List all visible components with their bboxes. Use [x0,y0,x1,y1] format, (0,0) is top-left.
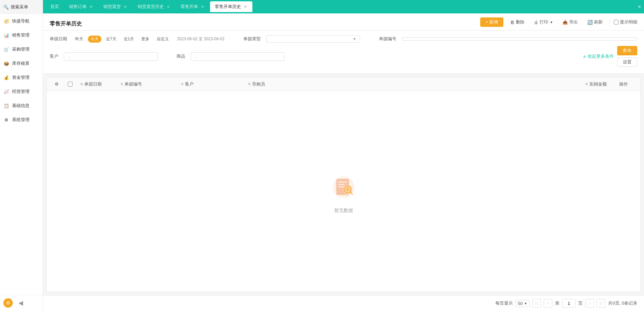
export-icon: 📤 [562,20,568,25]
select-all-checkbox[interactable] [68,82,72,87]
sidebar-item-quick-nav[interactable]: 🧭快捷导航 [0,14,43,28]
svg-point-8 [346,188,349,191]
tab-sales-order[interactable]: 销售订单✕ [64,1,98,12]
per-page-select[interactable]: 50 ▼ [515,300,530,307]
sidebar-item-finance[interactable]: 💰资金管理 [0,70,43,85]
nav-label-quick-nav: 快捷导航 [12,18,30,24]
tab-label-retail-open: 零售开单 [181,4,198,10]
tab-label-retail-history: 零售开单历史 [215,4,241,10]
chevron-up-icon: ∧ [583,54,586,59]
sidebar-item-operations[interactable]: 📈经营管理 [0,85,43,99]
show-detail-input[interactable] [614,20,618,24]
tab-retail-open[interactable]: 零售开单✕ [176,1,209,12]
tab-retail-history[interactable]: 零售开单历史✕ [210,1,252,12]
nav-icon-operations: 📈 [3,89,9,95]
tab-close-sales-return-history[interactable]: ✕ [166,4,170,9]
per-page-label: 每页显示 [495,300,513,306]
page-last-btn[interactable]: ⟩⟩ [597,299,605,308]
page-next-btn[interactable]: ＞ [585,299,594,308]
sidebar-search-label: 搜索采单 [11,4,28,10]
page-first-btn[interactable]: ⟨⟨ [532,299,541,308]
nav-label-operations: 经营管理 [12,89,30,95]
date-today[interactable]: 今天 [88,36,101,43]
export-button[interactable]: 📤 导出 [560,18,581,27]
toolbar: + 新增 🗑 删除 🖨 打印 ▼ 📤 导出 🔄 刷新 [480,17,637,30]
refresh-button[interactable]: 🔄 刷新 [585,18,605,27]
date-last1m[interactable]: 近1月 [121,36,137,43]
page-prev-btn[interactable]: ＜ [544,299,552,308]
tab-list: 首页销售订单✕销货退货✕销货退货历史✕零售开单✕零售开单历史✕ [46,1,252,12]
main-area: 首页销售订单✕销货退货✕销货退货历史✕零售开单✕零售开单历史✕ ✕ 零售开单历史… [43,0,644,311]
svg-rect-2 [338,182,347,183]
sidebar-settings-btn[interactable]: ⚙ [3,298,13,308]
tab-close-sales-order[interactable]: ✕ [89,4,93,9]
tab-sales-return-history[interactable]: 销货退货历史✕ [133,1,175,12]
nav-label-finance: 资金管理 [12,74,30,81]
sidebar-item-sales-mgmt[interactable]: 📊销售管理 [0,28,43,42]
nav-icon-quick-nav: 🧭 [3,18,9,24]
query-button[interactable]: 查询 [617,46,637,55]
page-label: 页 [578,300,583,306]
sort-icon-guide[interactable]: ⇅ [248,82,251,86]
sidebar-item-purchase-mgmt[interactable]: 🛒采购管理 [0,42,43,56]
window-close-btn[interactable]: ✕ [638,4,641,9]
tab-close-retail-history[interactable]: ✕ [243,4,248,9]
nav-icon-inventory: 📦 [3,60,9,66]
collapse-btn[interactable]: ∧ 收起更多条件 [583,52,614,61]
date-more[interactable]: 更多 [139,36,152,43]
sidebar-nav: 🧭快捷导航📊销售管理🛒采购管理📦库存核算💰资金管理📈经营管理📋基础信息⚙系统管理 [0,14,43,127]
nav-icon-base-info: 📋 [3,103,9,109]
sort-icon-amount[interactable]: ⇅ [585,82,588,86]
customer-label: 客户 [50,53,58,59]
page-header: 零售开单历史 + 新增 🗑 删除 🖨 打印 ▼ 📤 导出 🔄 [43,13,644,31]
sidebar-collapse-btn[interactable]: ◀ [16,298,26,308]
print-button[interactable]: 🖨 打印 ▼ [531,18,556,27]
th-settings[interactable]: ⚙ [50,82,63,87]
sidebar-item-sys-mgmt[interactable]: ⚙系统管理 [0,113,43,127]
delete-button[interactable]: 🗑 删除 [507,18,527,27]
tab-label-sales-order: 销售订单 [69,4,87,10]
date-yesterday[interactable]: 昨天 [72,36,86,43]
customer-input[interactable]: ... [64,52,158,61]
tab-sales-return[interactable]: 销货退货✕ [99,1,132,12]
doc-type-select[interactable]: ▼ [266,35,360,43]
toolbar-divider [609,19,610,25]
filter-row-1: 单据日期 昨天 今天 近7天 近1月 更多 自定义 2023-06-02 至 2… [50,35,637,43]
print-icon: 🖨 [534,20,538,25]
page-title: 零售开单历史 [50,20,82,28]
sort-icon-num[interactable]: ⇅ [120,82,123,86]
content-area: 零售开单历史 + 新增 🗑 删除 🖨 打印 ▼ 📤 导出 🔄 [43,13,644,311]
sort-icon-date[interactable]: ⇅ [80,82,83,86]
date-custom[interactable]: 自定义 [154,36,171,43]
tab-label-sales-return: 销货退货 [103,4,121,10]
nav-label-base-info: 基础信息 [12,103,30,109]
sidebar-item-inventory[interactable]: 📦库存核算 [0,56,43,70]
filter-row-2: 客户 ... 商品 ... ∧ 收起更多条件 查询 设置 [50,46,637,67]
th-action: 操作 [610,81,637,87]
settings-button[interactable]: 设置 [617,57,637,67]
nav-icon-purchase-mgmt: 🛒 [3,46,9,52]
total-info: 共0页, 0条记录 [608,300,637,306]
show-detail-checkbox[interactable]: 显示明细 [614,19,637,25]
nav-label-inventory: 库存核算 [12,60,30,66]
search-icon: 🔍 [3,5,9,10]
sidebar-bottom: ⚙ ◀ [0,295,43,311]
doc-num-input[interactable] [402,37,637,41]
nav-label-sales-mgmt: 销售管理 [12,32,30,38]
th-date: ⇅ 单据日期 [77,81,117,87]
sidebar-search[interactable]: 🔍 搜索采单 [0,0,43,14]
sort-icon-customer[interactable]: ⇅ [181,82,184,86]
add-button[interactable]: + 新增 [480,17,503,27]
date-last7[interactable]: 近7天 [103,36,119,43]
tab-close-sales-return[interactable]: ✕ [123,4,128,9]
empty-text: 暂无数据 [334,208,353,214]
page-number-input[interactable] [562,299,576,308]
settings-icon: ⚙ [55,82,59,87]
tab-close-retail-open[interactable]: ✕ [200,4,205,9]
sidebar-item-base-info[interactable]: 📋基础信息 [0,99,43,113]
tab-home[interactable]: 首页 [46,1,64,12]
empty-illustration [327,169,360,202]
refresh-icon: 🔄 [587,20,593,25]
product-input[interactable]: ... [191,52,285,61]
th-checkbox[interactable] [63,82,77,87]
